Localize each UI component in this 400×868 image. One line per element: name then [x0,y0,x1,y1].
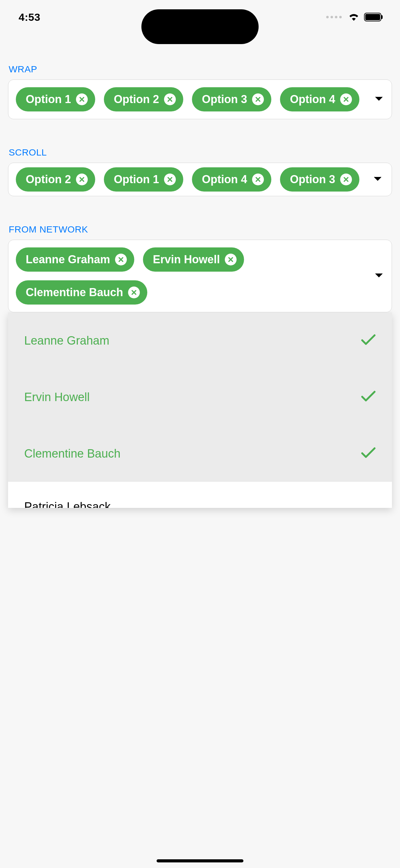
dropdown-list[interactable]: Leanne Graham Ervin Howell Clementine Ba… [8,312,392,508]
close-icon[interactable] [115,254,127,266]
dropdown-item-leanne-graham[interactable]: Leanne Graham [8,312,392,369]
chip-label: Option 4 [290,93,335,106]
chip-option-2[interactable]: Option 2 [104,87,183,112]
wifi-icon [348,12,360,22]
section-label-network: FROM NETWORK [9,224,392,235]
dropdown-item-label: Clementine Bauch [24,447,121,460]
chip-option-3[interactable]: Option 3 [280,167,359,191]
dropdown-item-label: Leanne Graham [24,334,109,347]
status-time: 4:53 [19,11,40,23]
close-icon[interactable] [340,93,352,105]
chip-option-1[interactable]: Option 1 [104,167,183,191]
cellular-dots-icon [326,16,342,18]
section-network: FROM NETWORK Leanne Graham Ervin Howell … [8,224,392,508]
close-icon[interactable] [340,174,352,185]
chip-label: Ervin Howell [153,253,220,266]
chip-option-4[interactable]: Option 4 [192,167,271,191]
check-icon [361,334,376,347]
close-icon[interactable] [164,174,176,185]
close-icon[interactable] [76,174,88,185]
chip-label: Option 3 [202,93,247,106]
chip-leanne-graham[interactable]: Leanne Graham [16,247,134,272]
dropdown-item-label: Ervin Howell [24,391,90,404]
chip-option-2[interactable]: Option 2 [16,167,95,191]
chevron-down-icon[interactable] [374,176,382,183]
battery-icon [364,13,381,22]
dropdown-item-ervin-howell[interactable]: Ervin Howell [8,369,392,425]
chip-clementine-bauch[interactable]: Clementine Bauch [16,280,147,305]
close-icon[interactable] [252,93,264,105]
select-box-wrap[interactable]: Option 1 Option 2 Option 3 Option 4 [8,80,392,119]
section-wrap: WRAP Option 1 Option 2 Option 3 Option 4 [8,64,392,119]
chevron-down-icon[interactable] [375,96,383,102]
status-right [326,12,381,22]
section-label-wrap: WRAP [9,64,392,74]
chip-option-4[interactable]: Option 4 [280,87,359,112]
check-icon [361,391,376,404]
chip-option-3[interactable]: Option 3 [192,87,271,112]
dynamic-island [141,9,259,44]
close-icon[interactable] [225,254,237,266]
status-bar: 4:53 [0,0,400,34]
chip-label: Option 1 [26,93,71,106]
section-scroll: SCROLL Option 2 Option 1 Option 4 [8,147,392,196]
chevron-down-icon[interactable] [375,273,383,279]
chip-option-1[interactable]: Option 1 [16,87,95,112]
chip-ervin-howell[interactable]: Ervin Howell [143,247,244,272]
close-icon[interactable] [164,93,176,105]
dropdown-item-clementine-bauch[interactable]: Clementine Bauch [8,425,392,482]
close-icon[interactable] [128,286,140,298]
close-icon[interactable] [76,93,88,105]
select-box-scroll[interactable]: Option 2 Option 1 Option 4 Option 3 [8,163,392,196]
chip-label: Option 2 [26,173,71,186]
chip-label: Option 4 [202,173,247,186]
home-indicator[interactable] [157,859,243,862]
chip-label: Clementine Bauch [26,286,123,299]
dropdown-item-patricia-lebsack[interactable]: Patricia Lebsack [8,482,392,508]
section-label-scroll: SCROLL [9,147,392,158]
check-icon [361,447,376,460]
chip-label: Option 1 [114,173,159,186]
chip-label: Option 2 [114,93,159,106]
close-icon[interactable] [252,174,264,185]
select-box-network[interactable]: Leanne Graham Ervin Howell Clementine Ba… [8,240,392,312]
chip-label: Option 3 [290,173,335,186]
chip-label: Leanne Graham [26,253,110,266]
dropdown-item-label: Patricia Lebsack [24,500,111,508]
